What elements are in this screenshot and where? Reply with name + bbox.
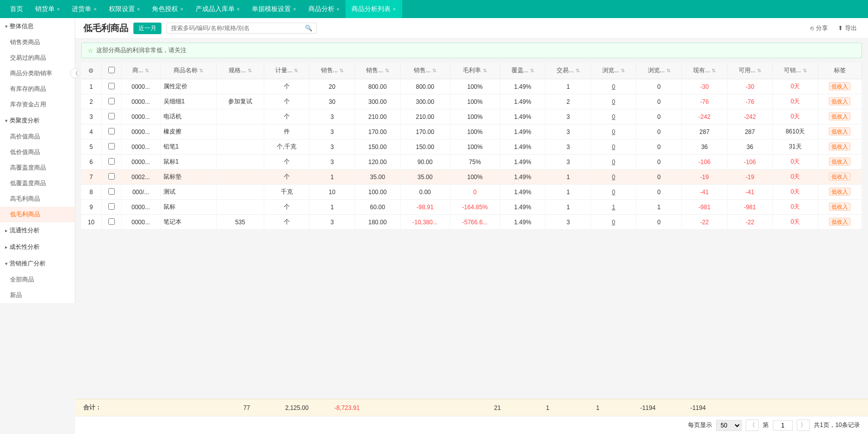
row-trade-count: 3 xyxy=(546,109,591,124)
sidebar-item-in-stock[interactable]: 有库存的商品 xyxy=(0,81,75,97)
row-unit: 个 xyxy=(264,215,309,230)
row-spec xyxy=(217,109,264,124)
row-sales-count: 3 xyxy=(309,109,355,124)
row-checkbox[interactable] xyxy=(101,155,121,170)
row-checkbox[interactable] xyxy=(101,215,121,230)
prev-page-button[interactable]: 〈 xyxy=(746,419,759,431)
sidebar-item-high-margin[interactable]: 高毛利商品 xyxy=(0,191,75,207)
nav-product-warehouse[interactable]: 产成品入库单 × xyxy=(190,0,246,18)
sidebar-item-sales-rate[interactable]: 商品分类助销率 xyxy=(0,66,75,81)
sidebar-section-marketing[interactable]: ▾ 营销推广分析 xyxy=(0,255,75,272)
nav-product-analysis[interactable]: 商品分析 × xyxy=(302,0,345,18)
nav-purchase-order[interactable]: 进货单 × xyxy=(66,0,102,18)
row-sales-profit: 0.00 xyxy=(400,185,450,200)
row-checkbox[interactable] xyxy=(101,185,121,200)
row-sales-count: 3 xyxy=(309,215,355,230)
row-coverage: 1.49% xyxy=(500,109,546,124)
row-checkbox[interactable] xyxy=(101,79,121,94)
row-spec xyxy=(217,124,264,139)
top-navigation: 首页 销货单 × 进货单 × 权限设置 × 角色授权 × 产成品入库单 × 单据… xyxy=(0,0,868,18)
row-sales-amount: 60.00 xyxy=(355,200,401,215)
page-number-input[interactable] xyxy=(773,420,793,430)
row-browse2: 0 xyxy=(636,124,682,139)
col-current-stock: 现有... ⇅ xyxy=(682,62,728,79)
share-button[interactable]: ⎋ 分享 xyxy=(807,23,831,34)
nav-role-auth[interactable]: 角色授权 × xyxy=(146,0,189,18)
search-icon[interactable]: 🔍 xyxy=(305,25,312,32)
row-code: 0002... xyxy=(121,170,160,185)
nav-home[interactable]: 首页 xyxy=(4,0,29,18)
row-code: 0000... xyxy=(121,155,160,170)
per-page-select[interactable]: 50 20 100 xyxy=(716,420,742,431)
close-icon[interactable]: × xyxy=(180,6,183,12)
sidebar-item-new-products[interactable]: 新品 xyxy=(0,287,75,303)
row-no: 3 xyxy=(81,109,101,124)
sidebar-item-sales-products[interactable]: 销售类商品 xyxy=(0,35,75,50)
sidebar-section-circulation[interactable]: ▸ 流通性分析 xyxy=(0,222,75,239)
sidebar-collapse-button[interactable]: 《 xyxy=(70,68,80,78)
nav-permission[interactable]: 权限设置 × xyxy=(103,0,146,18)
row-tag: 低收入 xyxy=(818,155,861,170)
row-spec: 参加复试 xyxy=(217,94,264,109)
row-code: 000/... xyxy=(121,185,160,200)
row-gross-margin: -5766.6... xyxy=(450,215,500,230)
row-sales-profit: 35.00 xyxy=(400,170,450,185)
close-icon[interactable]: × xyxy=(393,6,396,12)
row-spec: 535 xyxy=(217,215,264,230)
sidebar-item-high-value[interactable]: 高价值商品 xyxy=(0,129,75,144)
nav-template-setting[interactable]: 单据模板设置 × xyxy=(246,0,302,18)
row-checkbox[interactable] xyxy=(101,200,121,215)
row-spec xyxy=(217,139,264,155)
close-icon[interactable]: × xyxy=(137,6,140,12)
row-coverage: 1.49% xyxy=(500,215,546,230)
chevron-right-icon: ▸ xyxy=(5,228,8,233)
row-no: 7 xyxy=(81,170,101,185)
date-filter-button[interactable]: 近一月 xyxy=(133,23,161,34)
row-sales-count: 3 xyxy=(309,139,355,155)
row-checkbox[interactable] xyxy=(101,94,121,109)
row-checkbox[interactable] xyxy=(101,124,121,139)
next-page-button[interactable]: 〉 xyxy=(797,419,810,431)
table-row: 6 0000... 鼠标1 个 3 120.00 90.00 75% 1.49%… xyxy=(81,155,862,170)
row-gross-margin: 100% xyxy=(450,79,500,94)
row-sales-profit: 800.00 xyxy=(400,79,450,94)
sidebar-item-all-products[interactable]: 全部商品 xyxy=(0,272,75,287)
export-button[interactable]: ⬆ 导出 xyxy=(835,23,860,34)
search-input[interactable] xyxy=(171,25,302,32)
close-icon[interactable]: × xyxy=(57,6,60,12)
row-checkbox[interactable] xyxy=(101,139,121,155)
sidebar-item-capital[interactable]: 库存资金占用 xyxy=(0,97,75,112)
row-available: -30 xyxy=(727,79,773,94)
select-all-checkbox[interactable] xyxy=(108,67,115,73)
row-trade-count: 3 xyxy=(546,124,591,139)
close-icon[interactable]: × xyxy=(336,6,339,12)
sidebar-section-growth[interactable]: ▸ 成长性分析 xyxy=(0,239,75,255)
row-name: 铅笔1 xyxy=(160,139,216,155)
close-icon[interactable]: × xyxy=(93,6,96,12)
col-sales-profit: 销售... ⇅ xyxy=(400,62,450,79)
row-available: -106 xyxy=(727,155,773,170)
row-coverage: 1.49% xyxy=(500,200,546,215)
row-spec xyxy=(217,155,264,170)
row-trade-count: 1 xyxy=(546,185,591,200)
nav-product-analysis-list[interactable]: 商品分析列表 × xyxy=(345,0,402,18)
sidebar-item-high-coverage[interactable]: 高覆盖度商品 xyxy=(0,160,75,176)
sidebar-item-traded-products[interactable]: 交易过的商品 xyxy=(0,50,75,66)
row-code: 0000... xyxy=(121,94,160,109)
row-checkbox[interactable] xyxy=(101,170,121,185)
row-available: -76 xyxy=(727,94,773,109)
sidebar-section-overall[interactable]: ▾ 整体信息 xyxy=(0,18,75,35)
sidebar-item-low-coverage[interactable]: 低覆盖度商品 xyxy=(0,176,75,191)
row-checkbox[interactable] xyxy=(101,109,121,124)
close-icon[interactable]: × xyxy=(293,6,296,12)
col-settings[interactable]: ⚙ xyxy=(81,62,101,79)
nav-sales-order[interactable]: 销货单 × xyxy=(29,0,66,18)
sidebar-item-low-value[interactable]: 低价值商品 xyxy=(0,144,75,160)
row-current-stock: -981 xyxy=(682,200,728,215)
row-gross-margin: 100% xyxy=(450,139,500,155)
sidebar-item-low-margin[interactable]: 低毛利商品 xyxy=(0,207,75,222)
row-browse1: 0 xyxy=(591,79,636,94)
close-icon[interactable]: × xyxy=(237,6,240,12)
row-sales-amount: 150.00 xyxy=(355,139,401,155)
sidebar-section-cluster[interactable]: ▾ 类聚度分析 xyxy=(0,112,75,129)
